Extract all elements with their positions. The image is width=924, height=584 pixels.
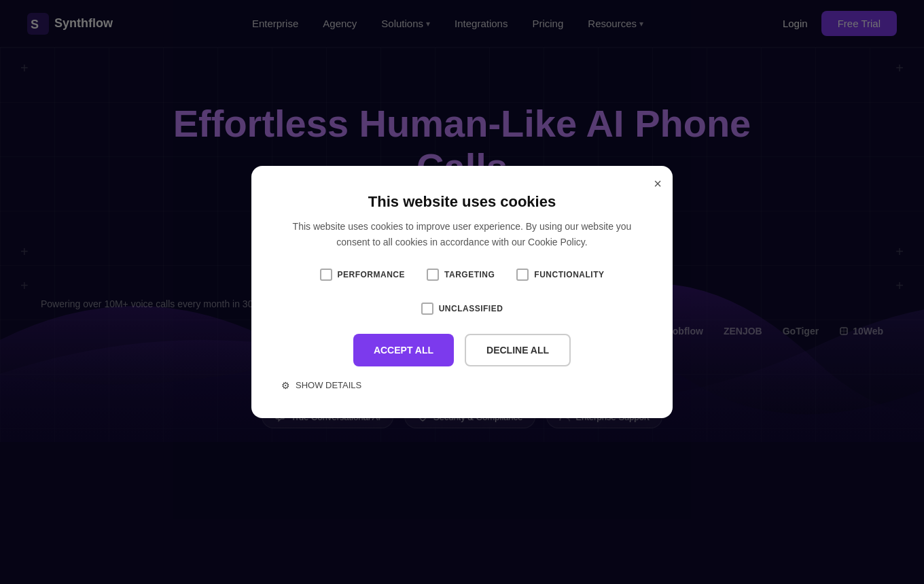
targeting-label: TARGETING bbox=[444, 270, 495, 279]
unclassified-label: UNCLASSIFIED bbox=[439, 304, 503, 313]
performance-checkbox[interactable] bbox=[320, 269, 332, 281]
accept-all-button[interactable]: ACCEPT ALL bbox=[353, 334, 454, 366]
show-details-button[interactable]: ⚙ SHOW DETAILS bbox=[281, 380, 361, 391]
modal-buttons: ACCEPT ALL DECLINE ALL bbox=[281, 334, 643, 366]
gear-icon: ⚙ bbox=[281, 380, 290, 391]
modal-title: This website uses cookies bbox=[281, 193, 643, 211]
cookie-modal: × This website uses cookies This website… bbox=[251, 166, 673, 418]
performance-label: PERFORMANCE bbox=[338, 270, 406, 279]
show-details-label: SHOW DETAILS bbox=[296, 380, 361, 390]
modal-close-button[interactable]: × bbox=[654, 177, 662, 190]
cookie-options: PERFORMANCE TARGETING FUNCTIONALITY UNCL… bbox=[281, 269, 643, 315]
cookie-option-targeting[interactable]: TARGETING bbox=[427, 269, 495, 281]
cookie-option-performance[interactable]: PERFORMANCE bbox=[320, 269, 406, 281]
modal-overlay: × This website uses cookies This website… bbox=[0, 0, 924, 584]
unclassified-checkbox[interactable] bbox=[421, 303, 433, 315]
cookie-option-unclassified[interactable]: UNCLASSIFIED bbox=[421, 303, 503, 315]
modal-description: This website uses cookies to improve use… bbox=[281, 219, 643, 250]
functionality-checkbox[interactable] bbox=[516, 269, 529, 281]
decline-all-button[interactable]: DECLINE ALL bbox=[465, 334, 571, 366]
targeting-checkbox[interactable] bbox=[427, 269, 439, 281]
cookie-option-functionality[interactable]: FUNCTIONALITY bbox=[516, 269, 604, 281]
functionality-label: FUNCTIONALITY bbox=[534, 270, 604, 279]
